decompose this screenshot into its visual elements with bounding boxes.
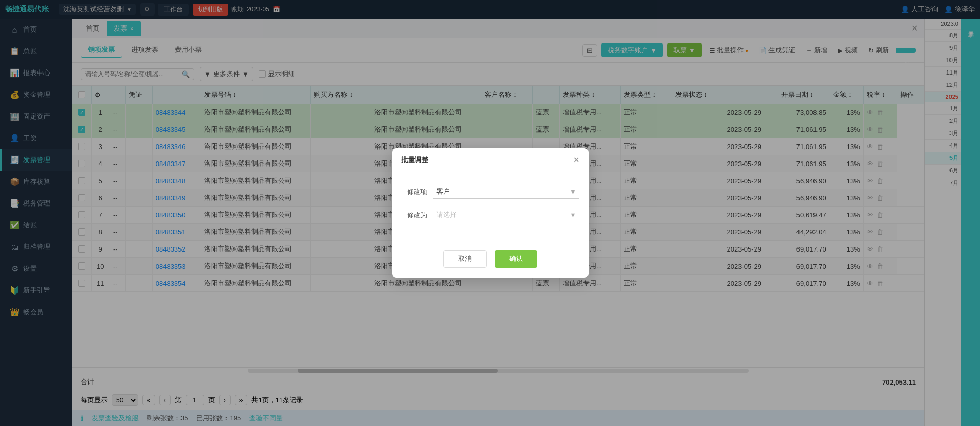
modal-field-label: 修改项 [401,187,427,197]
modal-value-select[interactable]: 请选择 ▼ [433,208,579,222]
modal-value-label: 修改为 [401,211,427,220]
modal-value-arrow-icon: ▼ [570,212,576,218]
batch-adjust-modal: 批量调整 × 修改项 客户 ▼ 修改为 请选择 ▼ 取消 确认 [392,148,589,278]
modal-value-placeholder: 请选择 [436,210,457,219]
modal-field-select[interactable]: 客户 ▼ [433,185,579,199]
modal-footer: 取消 确认 [392,244,589,278]
modal-value-row: 修改为 请选择 ▼ [401,208,579,222]
modal-overlay[interactable]: 批量调整 × 修改项 客户 ▼ 修改为 请选择 ▼ 取消 确认 [0,0,980,426]
modal-cancel-button[interactable]: 取消 [443,250,487,268]
modal-field-row: 修改项 客户 ▼ [401,185,579,199]
modal-title: 批量调整 [401,155,428,165]
modal-close-button[interactable]: × [574,155,579,165]
modal-field-value: 客户 [436,187,450,196]
modal-confirm-button[interactable]: 确认 [495,250,537,268]
modal-field-arrow-icon: ▼ [570,188,576,195]
modal-header: 批量调整 × [392,148,589,172]
modal-body: 修改项 客户 ▼ 修改为 请选择 ▼ [392,172,589,244]
